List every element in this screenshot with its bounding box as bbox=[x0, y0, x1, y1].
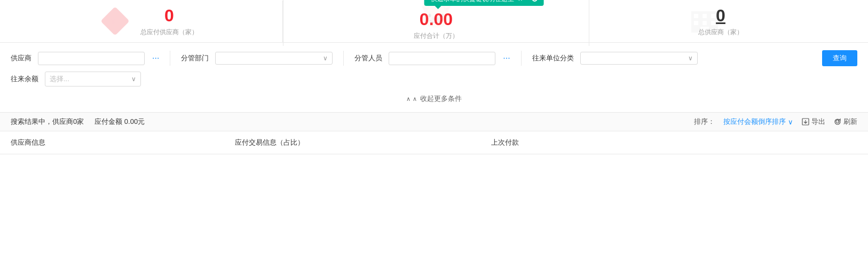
stat1-value: 0 bbox=[164, 6, 174, 26]
filter-row-1: 供应商 ··· 分管部门 ∨ 分管人员 ··· 往来单位分类 ∨ 查询 bbox=[11, 50, 857, 66]
balance-arrow-icon: ∨ bbox=[131, 75, 136, 83]
stat2-label: 应付合计（万） bbox=[414, 32, 459, 41]
stamp-icon: ¥ bbox=[100, 6, 130, 36]
top-left-section: ¥ 0 总应付供应商（家） bbox=[16, 1, 283, 42]
person-input[interactable] bbox=[389, 52, 495, 65]
category-label: 往来单位分类 bbox=[532, 53, 574, 63]
col-transaction-header: 应付交易信息（占比） bbox=[235, 138, 491, 147]
svg-rect-4 bbox=[703, 14, 707, 18]
chevron-up-icon: ∧ ∧ bbox=[406, 96, 416, 103]
supplier-input[interactable] bbox=[38, 52, 145, 65]
stat1-label: 总应付供应商（家） bbox=[140, 28, 198, 37]
divider-2 bbox=[343, 51, 344, 66]
table-body bbox=[0, 154, 868, 275]
center-section: 🐷 快速录单的快捷键说明在这里 × 0.00 应付合计（万） bbox=[283, 0, 589, 46]
dept-arrow-icon: ∨ bbox=[323, 54, 328, 62]
dept-label: 分管部门 bbox=[181, 53, 209, 63]
person-dots[interactable]: ··· bbox=[503, 53, 510, 63]
export-icon bbox=[802, 118, 809, 125]
filter-row-2: 往来余额 选择... ∨ bbox=[11, 72, 857, 87]
svg-text:¥: ¥ bbox=[111, 18, 115, 26]
result-left: 搜索结果中，供应商0家 应付金额 0.00元 bbox=[11, 117, 145, 127]
collapse-button[interactable]: ∧ ∧ 收起更多条件 bbox=[11, 92, 857, 108]
divider-3 bbox=[521, 51, 522, 66]
svg-rect-7 bbox=[703, 21, 707, 25]
refresh-icon bbox=[834, 118, 841, 125]
building-icon bbox=[689, 3, 721, 35]
tooltip-popup: 快速录单的快捷键说明在这里 × bbox=[424, 0, 544, 6]
tooltip-text: 快速录单的快捷键说明在这里 bbox=[431, 0, 514, 4]
col-lastpay-header: 上次付款 bbox=[491, 138, 857, 147]
query-button[interactable]: 查询 bbox=[822, 50, 857, 66]
svg-rect-8 bbox=[711, 21, 715, 25]
sort-select[interactable]: 按应付会额倒序排序 ∨ bbox=[723, 117, 793, 127]
supplier-label: 供应商 bbox=[11, 53, 31, 63]
svg-rect-0 bbox=[101, 7, 129, 35]
result-bar: 搜索结果中，供应商0家 应付金额 0.00元 排序： 按应付会额倒序排序 ∨ 导… bbox=[0, 113, 868, 131]
svg-rect-6 bbox=[694, 21, 698, 25]
person-label: 分管人员 bbox=[354, 53, 382, 63]
tooltip-close-icon[interactable]: × bbox=[518, 0, 523, 3]
col-supplier-header: 供应商信息 bbox=[11, 138, 235, 147]
svg-rect-5 bbox=[711, 14, 715, 18]
balance-select[interactable]: 选择... ∨ bbox=[45, 72, 141, 87]
top-right-section: 0 总供应商（家） bbox=[589, 1, 852, 42]
refresh-label: 刷新 bbox=[843, 117, 857, 127]
balance-label: 往来余额 bbox=[11, 74, 38, 84]
stat1-container: 0 总应付供应商（家） bbox=[140, 6, 198, 37]
result-amount-text: 应付金额 0.00元 bbox=[94, 117, 145, 127]
top-bar: ¥ 0 总应付供应商（家） 🐷 快速录单的快捷键说明在这里 × 0.00 应付合… bbox=[0, 0, 868, 43]
filter-bar: 供应商 ··· 分管部门 ∨ 分管人员 ··· 往来单位分类 ∨ 查询 往来余额… bbox=[0, 43, 868, 113]
top-stats-row: ¥ 0 总应付供应商（家） 🐷 快速录单的快捷键说明在这里 × 0.00 应付合… bbox=[16, 0, 852, 46]
divider-1 bbox=[170, 51, 170, 66]
balance-placeholder: 选择... bbox=[50, 74, 69, 84]
refresh-button[interactable]: 刷新 bbox=[834, 117, 857, 127]
sort-value: 按应付会额倒序排序 bbox=[723, 117, 786, 127]
export-button[interactable]: 导出 bbox=[802, 117, 825, 127]
result-count-text: 搜索结果中，供应商0家 bbox=[11, 117, 84, 127]
result-right: 排序： 按应付会额倒序排序 ∨ 导出 刷新 bbox=[694, 117, 857, 127]
category-select[interactable]: ∨ bbox=[580, 52, 698, 65]
sort-label: 排序： bbox=[694, 117, 715, 127]
tooltip-dot-icon bbox=[532, 0, 538, 2]
dept-select[interactable]: ∨ bbox=[215, 52, 333, 65]
export-label: 导出 bbox=[811, 117, 825, 127]
table-header: 供应商信息 应付交易信息（占比） 上次付款 bbox=[0, 131, 868, 154]
sort-arrow-icon: ∨ bbox=[788, 118, 793, 126]
category-arrow-icon: ∨ bbox=[688, 54, 693, 62]
svg-rect-9 bbox=[700, 27, 709, 33]
svg-rect-3 bbox=[694, 14, 698, 18]
supplier-dots[interactable]: ··· bbox=[152, 53, 159, 63]
table-area: 供应商信息 应付交易信息（占比） 上次付款 bbox=[0, 131, 868, 275]
collapse-label: 收起更多条件 bbox=[420, 94, 462, 104]
